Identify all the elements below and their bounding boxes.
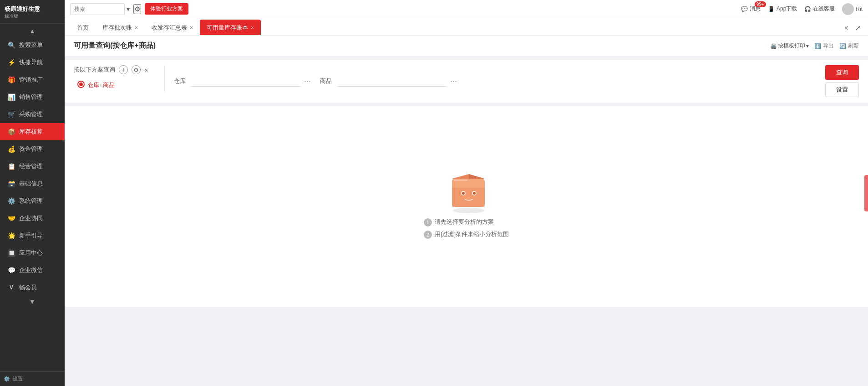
search-input[interactable] [70, 3, 125, 15]
system-icon: ⚙️ [7, 197, 15, 205]
warehouse-input[interactable] [191, 76, 300, 87]
sidebar-item-wechat[interactable]: 💬 企业微信 [0, 262, 65, 279]
refresh-button[interactable]: 🔄 刷新 [839, 42, 859, 50]
tab-available-stock[interactable]: 可用量库存账本 × [200, 20, 261, 35]
svg-rect-11 [454, 180, 467, 181]
online-service-button[interactable]: 🎧 在线客服 [804, 5, 835, 13]
warehouse-filter: 仓库 ··· [174, 76, 311, 87]
sidebar-item-inventory[interactable]: 📦 库存核算 [0, 123, 65, 140]
sidebar-item-operations[interactable]: 📋 经营管理 [0, 158, 65, 175]
sidebar-item-member[interactable]: V 畅会员 [0, 279, 65, 296]
settings-gear-button[interactable]: ⚙ [133, 4, 141, 14]
query-button[interactable]: 查询 [825, 65, 859, 80]
print-template-button[interactable]: 🖨️ 按模板打印 ▾ [770, 42, 809, 50]
search-dropdown-button[interactable]: ▾ [127, 5, 130, 13]
footer-icon: ⚙️ [4, 376, 10, 382]
sidebar-footer[interactable]: ⚙️ 设置 [0, 371, 65, 386]
sidebar-item-label: 基础信息 [19, 180, 43, 188]
scheme-panel-header: 按以下方案查询 + ⚙ « [74, 65, 159, 74]
sidebar-item-label: 库存核算 [19, 128, 43, 136]
app-download-button[interactable]: 📱 App下载 [768, 5, 797, 13]
collapse-button[interactable]: « [144, 66, 148, 73]
export-icon: ⬇️ [814, 43, 821, 49]
purchase-icon: 🛒 [7, 110, 15, 118]
empty-tip-2: 2 用[过滤]条件来缩小分析范围 [424, 230, 509, 239]
warehouse-more-button[interactable]: ··· [304, 77, 311, 86]
user-avatar[interactable]: Rit [842, 3, 863, 15]
avatar-image [842, 3, 854, 15]
tip-num-2: 2 [424, 231, 432, 239]
sidebar-item-label: 企业协同 [19, 214, 43, 222]
sidebar-item-marketing[interactable]: 🎁 营销推广 [0, 71, 65, 88]
svg-marker-5 [469, 174, 485, 179]
tab-available-stock-label: 可用量库存账本 [207, 24, 248, 32]
export-button[interactable]: ⬇️ 导出 [814, 42, 834, 50]
product-more-button[interactable]: ··· [450, 77, 457, 86]
tab-collection-summary[interactable]: 收发存汇总表 × [145, 20, 200, 35]
empty-tips: 1 请先选择要分析的方案 2 用[过滤]条件来缩小分析范围 [424, 218, 509, 239]
svg-point-1 [79, 82, 83, 86]
page-title: 可用量查询(按仓库+商品) [74, 41, 156, 51]
message-button[interactable]: 💬 消息 99+ [741, 5, 761, 13]
setting-button[interactable]: 设置 [825, 82, 859, 97]
industry-solution-button[interactable]: 体验行业方案 [145, 3, 188, 15]
export-label: 导出 [823, 42, 834, 50]
scheme-dot-icon [77, 81, 85, 89]
svg-point-2 [453, 208, 485, 213]
operations-icon: 📋 [7, 162, 15, 170]
sidebar-item-shortcut[interactable]: ⚡ 快捷导航 [0, 54, 65, 71]
newbie-icon: 🌟 [7, 232, 15, 240]
sidebar-item-search[interactable]: 🔍 搜索菜单 [0, 36, 65, 54]
expand-button[interactable]: ⤢ [853, 23, 863, 33]
refresh-icon: 🔄 [839, 43, 846, 49]
message-icon: 💬 [741, 6, 748, 12]
finance-icon: 💰 [7, 145, 15, 153]
add-scheme-button[interactable]: + [119, 65, 128, 74]
online-service-label: 在线客服 [813, 5, 835, 13]
sidebar-item-finance[interactable]: 💰 资金管理 [0, 140, 65, 158]
app-download-label: App下载 [777, 5, 797, 13]
tab-batch-account-close[interactable]: × [135, 25, 138, 31]
scheme-item-label: 仓库+商品 [87, 81, 115, 89]
sidebar-header: 畅康通好生意 标准版 [0, 0, 65, 24]
main-area: ▾ ⚙ 体验行业方案 💬 消息 99+ 📱 App下载 🎧 在线客服 [65, 0, 868, 386]
tab-home-label: 首页 [77, 24, 89, 32]
tab-collection-summary-close[interactable]: × [190, 25, 193, 31]
scroll-down-button[interactable]: ▼ [0, 296, 65, 307]
sidebar-item-newbie[interactable]: 🌟 新手引导 [0, 227, 65, 244]
sidebar-item-label: 资金管理 [19, 145, 43, 153]
sidebar-item-label: 新手引导 [19, 232, 43, 240]
headset-icon: 🎧 [804, 6, 811, 12]
sales-icon: 📊 [7, 93, 15, 101]
tab-batch-account[interactable]: 库存批次账 × [96, 20, 145, 35]
svg-point-10 [473, 192, 476, 195]
sidebar-item-enterprise[interactable]: 🤝 企业协同 [0, 210, 65, 227]
tab-home[interactable]: 首页 [70, 20, 96, 35]
apps-icon: 🔲 [7, 249, 15, 257]
sidebar-item-label: 企业微信 [19, 266, 43, 274]
sidebar-item-label: 搜索菜单 [19, 41, 43, 49]
basic-icon: 🗃️ [7, 180, 15, 188]
sidebar-item-label: 畅会员 [19, 283, 37, 292]
member-icon: V [7, 283, 15, 292]
config-scheme-button[interactable]: ⚙ [132, 65, 141, 74]
close-all-tabs-button[interactable]: × [843, 23, 850, 33]
tip-text-1: 请先选择要分析的方案 [435, 218, 494, 226]
sidebar-item-label: 经营管理 [19, 162, 43, 170]
inventory-icon: 📦 [7, 128, 15, 136]
scroll-up-button[interactable]: ▲ [0, 26, 65, 36]
mobile-icon: 📱 [768, 6, 775, 12]
scheme-item-warehouse-product[interactable]: 仓库+商品 [74, 78, 159, 92]
sidebar-item-system[interactable]: ⚙️ 系统管理 [0, 192, 65, 210]
tab-available-stock-close[interactable]: × [251, 25, 254, 31]
product-input[interactable] [337, 76, 447, 87]
sidebar-item-purchase[interactable]: 🛒 采购管理 [0, 106, 65, 123]
product-label: 商品 [320, 77, 334, 85]
search-area: ▾ [70, 3, 130, 15]
sidebar-item-basic[interactable]: 🗃️ 基础信息 [0, 175, 65, 192]
sidebar-item-apps[interactable]: 🔲 应用中心 [0, 244, 65, 262]
sidebar: 畅康通好生意 标准版 ▲ 🔍 搜索菜单 ⚡ 快捷导航 🎁 营销推广 📊 销售管理 [0, 0, 65, 386]
sidebar-item-sales[interactable]: 📊 销售管理 [0, 88, 65, 106]
page-content: 可用量查询(按仓库+商品) 🖨️ 按模板打印 ▾ ⬇️ 导出 🔄 刷新 [65, 36, 868, 386]
tab-batch-account-label: 库存批次账 [102, 24, 132, 32]
